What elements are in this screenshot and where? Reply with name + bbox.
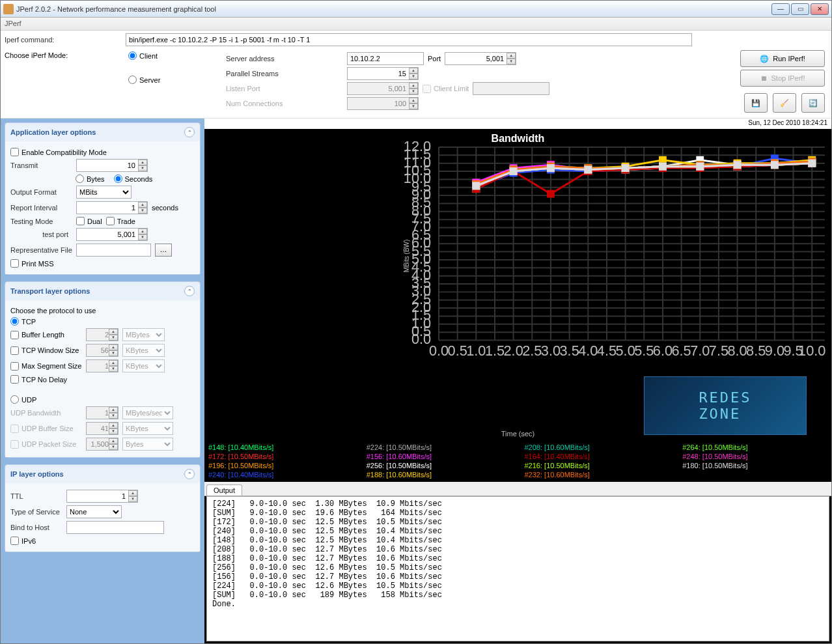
ipv6-check[interactable]: IPv6 bbox=[10, 537, 195, 545]
run-iperf-button[interactable]: 🌐Run IPerf! bbox=[740, 50, 825, 67]
maximize-button[interactable]: ▭ bbox=[791, 3, 809, 15]
command-row: Iperf command: bbox=[1, 31, 831, 49]
chart-plot: 0.00.51.01.52.02.53.03.54.04.55.05.56.06… bbox=[439, 147, 825, 341]
svg-rect-233 bbox=[510, 167, 518, 175]
seconds-radio[interactable]: Seconds bbox=[114, 175, 153, 183]
clear-icon-button[interactable]: 🧹 bbox=[773, 93, 796, 113]
svg-rect-237 bbox=[659, 163, 667, 171]
minimize-button[interactable]: — bbox=[771, 3, 790, 15]
collapse-icon[interactable]: ⌃ bbox=[184, 469, 195, 479]
mode-label: Choose iPerf Mode: bbox=[5, 51, 68, 59]
port-input[interactable] bbox=[445, 52, 516, 65]
print-mss-check[interactable]: Print MSS bbox=[10, 259, 195, 268]
titlebar[interactable]: JPerf 2.0.2 - Network performance measur… bbox=[1, 1, 831, 18]
parallel-spinner[interactable]: ▲▼ bbox=[409, 68, 418, 79]
svg-text:5.5: 5.5 bbox=[634, 343, 654, 359]
server-address-input[interactable] bbox=[347, 52, 424, 65]
transport-layer-panel: Transport layer options⌃ Choose the prot… bbox=[5, 281, 201, 458]
svg-text:12.0: 12.0 bbox=[404, 138, 431, 154]
svg-text:4.5: 4.5 bbox=[597, 343, 617, 359]
svg-text:6.0: 6.0 bbox=[653, 343, 673, 359]
svg-rect-235 bbox=[584, 166, 592, 174]
run-icon: 🌐 bbox=[760, 55, 769, 63]
listen-port-input bbox=[347, 82, 419, 95]
output-console[interactable]: [224] 9.0-10.0 sec 1.30 MBytes 10.9 Mbit… bbox=[206, 496, 829, 641]
max-segment-check[interactable]: Max Segment Size bbox=[10, 362, 82, 371]
svg-text:3.0: 3.0 bbox=[541, 343, 561, 359]
numconn-input bbox=[347, 97, 419, 110]
svg-rect-184 bbox=[547, 190, 555, 198]
app-icon bbox=[3, 4, 14, 14]
svg-text:5.0: 5.0 bbox=[616, 343, 635, 359]
stop-iperf-button: ⏹Stop IPerf! bbox=[740, 70, 825, 87]
ttl-input[interactable] bbox=[66, 490, 138, 503]
transmit-input[interactable] bbox=[76, 159, 148, 172]
bind-host-input[interactable] bbox=[66, 521, 164, 534]
main-area: Sun, 12 Dec 2010 18:24:21 Bandwidth MBit… bbox=[204, 119, 831, 643]
svg-text:6.5: 6.5 bbox=[671, 343, 691, 359]
svg-text:1.0: 1.0 bbox=[466, 343, 486, 359]
numconn-label: Num Connections bbox=[226, 100, 343, 107]
options-sidebar: Application layer options⌃ Enable Compat… bbox=[1, 119, 204, 643]
svg-text:7.0: 7.0 bbox=[690, 343, 710, 359]
app-window: JPerf 2.0.2 - Network performance measur… bbox=[0, 0, 832, 644]
mode-client-radio[interactable]: Client bbox=[128, 51, 226, 60]
svg-text:3.5: 3.5 bbox=[560, 343, 579, 359]
mode-server-radio[interactable]: Server bbox=[128, 76, 226, 84]
test-port-input[interactable] bbox=[76, 228, 148, 241]
compat-mode-check[interactable]: Enable Compatibility Mode bbox=[10, 148, 195, 156]
svg-rect-241 bbox=[808, 160, 816, 167]
output-format-select[interactable]: MBits bbox=[76, 186, 132, 199]
window-title: JPerf 2.0.2 - Network performance measur… bbox=[16, 5, 770, 13]
tos-select[interactable]: None bbox=[66, 505, 122, 518]
rep-file-input[interactable] bbox=[76, 244, 151, 257]
svg-text:9.0: 9.0 bbox=[765, 343, 784, 359]
svg-rect-236 bbox=[622, 164, 630, 172]
buffer-length-check[interactable]: Buffer Length bbox=[10, 331, 82, 339]
tcp-radio[interactable]: TCP bbox=[10, 317, 195, 326]
collapse-icon[interactable]: ⌃ bbox=[184, 127, 195, 137]
bytes-radio[interactable]: Bytes bbox=[76, 175, 105, 183]
close-button[interactable]: ✕ bbox=[811, 3, 829, 15]
refresh-icon-button[interactable]: 🔄 bbox=[801, 93, 825, 113]
tcp-window-check[interactable]: TCP Window Size bbox=[10, 346, 82, 355]
svg-text:4.0: 4.0 bbox=[578, 343, 598, 359]
svg-text:2.5: 2.5 bbox=[522, 343, 542, 359]
tcp-nodelay-check[interactable]: TCP No Delay bbox=[10, 375, 195, 384]
client-limit-check: Client Limit bbox=[423, 85, 469, 93]
svg-text:0.5: 0.5 bbox=[448, 343, 467, 359]
svg-text:8.5: 8.5 bbox=[746, 343, 766, 359]
svg-rect-238 bbox=[696, 163, 704, 171]
output-tab[interactable]: Output bbox=[206, 484, 242, 496]
iperf-command-input[interactable] bbox=[126, 33, 692, 46]
dual-check[interactable]: Dual bbox=[76, 217, 102, 225]
save-icon-button[interactable]: 💾 bbox=[744, 93, 768, 113]
server-address-label: Server address bbox=[226, 55, 343, 63]
svg-rect-232 bbox=[472, 182, 480, 189]
timestamp: Sun, 12 Dec 2010 18:24:21 bbox=[204, 119, 831, 129]
client-limit-input bbox=[473, 82, 549, 95]
stop-icon: ⏹ bbox=[760, 74, 768, 82]
svg-rect-234 bbox=[547, 164, 555, 172]
config-row: Choose iPerf Mode: Client Server Server … bbox=[1, 49, 831, 119]
svg-text:2.0: 2.0 bbox=[504, 343, 523, 359]
svg-text:7.5: 7.5 bbox=[709, 343, 728, 359]
port-spinner[interactable]: ▲▼ bbox=[506, 53, 516, 64]
udp-radio[interactable]: UDP bbox=[10, 395, 195, 404]
svg-text:1.5: 1.5 bbox=[485, 343, 505, 359]
trade-check[interactable]: Trade bbox=[106, 217, 135, 225]
listen-port-label: Listen Port bbox=[226, 85, 343, 92]
svg-rect-239 bbox=[734, 161, 742, 169]
svg-text:10.0: 10.0 bbox=[798, 343, 825, 359]
report-interval-input[interactable] bbox=[76, 201, 148, 214]
menubar-jperf[interactable]: JPerf bbox=[1, 18, 831, 31]
svg-rect-240 bbox=[771, 161, 779, 169]
chart-legend: #148: [10.40MBits/s]#172: [10.50MBits/s]… bbox=[204, 441, 831, 482]
parallel-input[interactable] bbox=[347, 67, 419, 80]
parallel-label: Parallel Streams bbox=[226, 70, 343, 77]
iperf-command-label: Iperf command: bbox=[5, 36, 122, 44]
watermark-logo: REDESZONE bbox=[644, 376, 807, 435]
browse-button[interactable]: … bbox=[155, 244, 172, 257]
collapse-icon[interactable]: ⌃ bbox=[184, 286, 195, 296]
port-label: Port bbox=[428, 55, 441, 63]
